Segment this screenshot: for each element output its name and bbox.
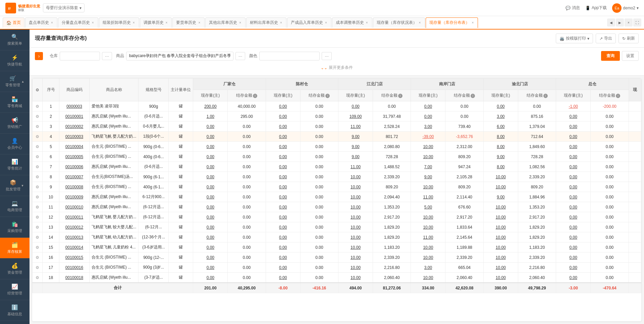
row-jiangbei-qty[interactable]: 10.00 <box>338 252 373 263</box>
row-total-qty[interactable]: 0.00 <box>556 142 591 152</box>
sidebar-item-ecommerce[interactable]: 💻 电商管理 <box>0 196 30 217</box>
row-nanan-qty[interactable]: 9.00 <box>411 172 445 182</box>
row-code[interactable]: 00100018 <box>59 273 90 283</box>
settings-btn[interactable]: 设置 <box>622 51 639 61</box>
tab-stock-status-close[interactable]: × <box>418 20 422 25</box>
product-input[interactable] <box>126 52 233 60</box>
row-chen-qty[interactable]: 0.00 <box>266 152 300 162</box>
row-nanan-qty[interactable]: 10.00 <box>411 142 445 152</box>
row-chen-qty[interactable]: 0.00 <box>266 101 300 111</box>
export-btn[interactable]: ↗ 导出 <box>596 34 616 43</box>
sidebar-item-wholesale[interactable]: 📦 批发管理 ▼ <box>0 175 30 196</box>
tab-requisition[interactable]: 要货单历史 × <box>172 17 205 28</box>
color-dots-btn[interactable]: ··· <box>322 52 332 60</box>
print-btn[interactable]: 🖨️ 按模版打印 ▾ <box>556 34 593 43</box>
row-yubei-qty[interactable]: 10.00 <box>483 222 518 232</box>
row-code[interactable]: 00100006 <box>59 162 90 172</box>
refresh-btn[interactable]: ↻ 刷新 <box>619 34 639 43</box>
row-gear-icon[interactable]: ⚙ <box>36 235 39 240</box>
row-chang-qty[interactable]: 0.00 <box>193 212 228 222</box>
row-gear-icon[interactable]: ⚙ <box>36 275 39 280</box>
sidebar-item-search[interactable]: 🔍 搜索英单 <box>0 30 30 50</box>
row-yubei-qty[interactable]: 10.00 <box>483 212 518 222</box>
row-nanan-qty[interactable]: 3.00 <box>411 263 445 273</box>
row-gear-icon[interactable]: ⚙ <box>36 255 39 260</box>
row-chang-qty[interactable]: 0.00 <box>193 242 228 252</box>
sidebar-item-member[interactable]: 👤 会员中心 <box>0 134 30 154</box>
row-nanan-qty[interactable]: 11.00 <box>411 192 445 202</box>
row-jiangbei-qty[interactable]: 0.00 <box>338 101 373 111</box>
row-nanan-qty[interactable]: 10.00 <box>411 212 445 222</box>
row-code[interactable]: 00100009 <box>59 192 90 202</box>
row-nanan-qty[interactable]: 11.00 <box>411 232 445 242</box>
row-gear-icon[interactable]: ⚙ <box>36 245 39 250</box>
row-jiangbei-qty[interactable]: 9.00 <box>338 132 373 142</box>
row-chen-qty[interactable]: 0.00 <box>266 172 300 182</box>
row-jiangbei-qty[interactable]: 10.00 <box>338 202 373 212</box>
tab-transfer-close[interactable]: × <box>165 20 168 25</box>
row-nanan-qty[interactable]: 0.00 <box>411 111 445 122</box>
row-chang-qty[interactable]: 0.00 <box>193 273 228 283</box>
row-yubei-qty[interactable]: 3.00 <box>483 111 518 122</box>
row-code[interactable]: 00100005 <box>59 152 90 162</box>
row-gear-icon[interactable]: ⚙ <box>36 124 39 129</box>
row-gear-icon[interactable]: ⚙ <box>36 215 39 220</box>
row-code[interactable]: 00100011 <box>59 212 90 222</box>
row-code[interactable]: 00100014 <box>59 242 90 252</box>
row-chen-qty[interactable]: 0.00 <box>266 122 300 132</box>
row-settings[interactable]: ⚙ <box>33 242 43 252</box>
row-code[interactable]: 0000003 <box>59 101 90 111</box>
row-jiangbei-qty[interactable]: 9.00 <box>338 152 373 162</box>
tab-stock-dist[interactable]: 现存量（库存分布表） × <box>426 17 478 28</box>
product-dots-btn[interactable]: ··· <box>235 52 246 60</box>
warehouse-input[interactable] <box>60 52 100 60</box>
row-chang-qty[interactable]: 200.00 <box>193 101 228 111</box>
nav-next-btn[interactable]: ▶ <box>616 18 624 27</box>
tab-material-out-close[interactable]: × <box>279 20 283 25</box>
jiangbei-amt-info[interactable]: i <box>398 94 402 98</box>
row-settings[interactable]: ⚙ <box>33 152 43 162</box>
row-chen-qty[interactable]: 0.00 <box>266 192 300 202</box>
row-chang-qty[interactable]: 0.00 <box>193 162 228 172</box>
row-settings[interactable]: ⚙ <box>33 232 43 242</box>
row-code[interactable]: 00100015 <box>59 252 90 263</box>
tab-stock-dist-close[interactable]: × <box>471 20 474 25</box>
row-gear-icon[interactable]: ⚙ <box>36 185 39 189</box>
sidebar-item-inventory[interactable]: 🗂️ 库存核算 <box>0 238 30 259</box>
row-yubei-qty[interactable]: 6.00 <box>483 122 518 132</box>
row-chang-qty[interactable]: 0.00 <box>193 252 228 263</box>
row-jiangbei-qty[interactable]: 11.00 <box>338 162 373 172</box>
row-chang-qty[interactable]: 0.00 <box>193 122 228 132</box>
row-chen-qty[interactable]: 0.00 <box>266 212 300 222</box>
row-jiangbei-qty[interactable]: 10.00 <box>338 242 373 252</box>
sidebar-item-retail-stats[interactable]: 📊 零售统计 <box>0 154 30 175</box>
row-nanan-qty[interactable]: 10.00 <box>411 152 445 162</box>
row-chen-qty[interactable]: 0.00 <box>266 273 300 283</box>
row-yubei-qty[interactable]: 10.00 <box>483 202 518 212</box>
expand-more-btn[interactable]: ⌄⌄ 展开更多条件 <box>318 63 356 72</box>
tab-cost-adjust[interactable]: 成本调整单历史 × <box>332 17 372 28</box>
row-total-qty[interactable]: 0.00 <box>556 273 591 283</box>
nav-expand-btn[interactable]: ⛶ <box>633 18 641 27</box>
tab-transfer[interactable]: 调拨单历史 × <box>140 17 172 28</box>
row-settings[interactable]: ⚙ <box>33 162 43 172</box>
row-chang-qty[interactable]: 0.00 <box>193 263 228 273</box>
row-chang-qty[interactable]: 0.00 <box>193 142 228 152</box>
row-settings[interactable]: ⚙ <box>33 222 43 232</box>
row-settings[interactable]: ⚙ <box>33 263 43 273</box>
row-code[interactable]: 00100004 <box>59 142 90 152</box>
row-gear-icon[interactable]: ⚙ <box>36 114 39 119</box>
row-nanan-qty[interactable]: 10.00 <box>411 222 445 232</box>
row-jiangbei-qty[interactable]: 10.00 <box>338 232 373 242</box>
nav-close-all-btn[interactable]: × <box>625 18 633 27</box>
nanan-amt-info[interactable]: i <box>471 94 475 98</box>
row-chen-qty[interactable]: 0.00 <box>266 263 300 273</box>
total-amt-info[interactable]: i <box>616 94 620 98</box>
row-chen-qty[interactable]: 0.00 <box>266 202 300 212</box>
row-chang-qty[interactable]: 0.00 <box>193 172 228 182</box>
sidebar-item-purchase[interactable]: 🛍️ 采购管理 <box>0 217 30 238</box>
row-nanan-qty[interactable]: -39.00 <box>411 132 445 142</box>
row-total-qty[interactable]: 0.00 <box>556 132 591 142</box>
sidebar-item-retail-mgmt[interactable]: 🛒 零售管理 ▲ <box>0 71 30 92</box>
tab-sub-inventory[interactable]: 分量盘点单历史 × <box>58 17 98 28</box>
